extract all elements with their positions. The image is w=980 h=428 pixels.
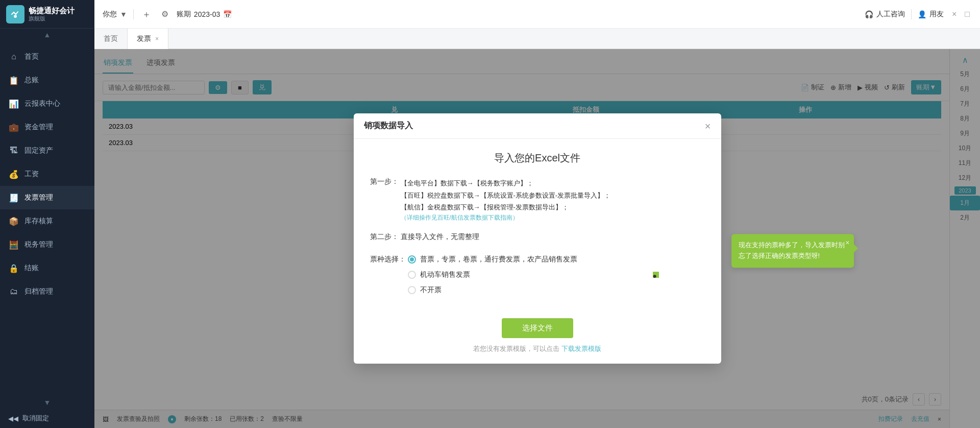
sidebar-item-label: 总账 bbox=[24, 76, 39, 85]
tab-invoice[interactable]: 发票 × bbox=[128, 29, 168, 49]
tooltip-close-button[interactable]: × bbox=[845, 237, 849, 249]
sidebar-item-archive[interactable]: 🗂 归档管理 bbox=[0, 280, 94, 303]
sidebar-item-label: 发票管理 bbox=[24, 193, 53, 202]
modal-title: 销项数据导入 bbox=[364, 121, 413, 131]
topbar: 你您 ▼ ＋ ⚙ 账期 2023-03 📅 🎧 人工咨询 👤 用友 × bbox=[94, 0, 980, 29]
radio-options: 普票，专票，卷票，通行费发票，农产品销售发票 机动车销售发票 ● bbox=[408, 252, 577, 298]
step2-label: 第二步： bbox=[370, 232, 399, 242]
window-close-button[interactable]: × bbox=[950, 8, 959, 21]
radio-circle-motor bbox=[408, 271, 416, 279]
sidebar-item-label: 固定资产 bbox=[24, 146, 53, 155]
step1-link[interactable]: （详细操作见百旺/航信发票数据下载指南） bbox=[401, 213, 611, 222]
sidebar-item-close[interactable]: 🔒 结账 bbox=[0, 256, 94, 280]
sidebar-item-label: 归档管理 bbox=[24, 287, 53, 296]
modal-close-button[interactable]: × bbox=[705, 121, 711, 131]
content-area: 销项发票 进项发票 ⚙ ■ 兑 📄 制证 ⊕ 新增 ▶ bbox=[94, 49, 980, 428]
sidebar: 畅捷通好会计 旗舰版 ▲ ⌂ 首页 📋 总账 📊 云报表中心 💼 资金管理 bbox=[0, 0, 94, 428]
calendar-icon[interactable]: 📅 bbox=[223, 10, 232, 18]
radio-option-normal[interactable]: 普票，专票，卷票，通行费发票，农产品销售发票 bbox=[408, 252, 577, 267]
assets-icon: 🏗 bbox=[8, 145, 19, 156]
period-display: 账期 2023-03 📅 bbox=[177, 10, 232, 19]
tab-close-icon[interactable]: × bbox=[155, 35, 159, 42]
inventory-icon: 📦 bbox=[8, 216, 19, 227]
pin-icon: ◀◀ bbox=[8, 415, 18, 422]
sidebar-scroll-up[interactable]: ▲ bbox=[0, 29, 94, 41]
sidebar-item-funds[interactable]: 💼 资金管理 bbox=[0, 115, 94, 139]
select-file-button[interactable]: 选择文件 bbox=[502, 318, 573, 338]
step2-block: 第二步： 直接导入文件，无需整理 bbox=[370, 232, 705, 242]
step2-content: 直接导入文件，无需整理 bbox=[401, 232, 479, 242]
radio-option-motor[interactable]: 机动车销售发票 ● bbox=[408, 267, 577, 282]
template-link-area: 若您没有发票模版，可以点击 下载发票模版 bbox=[370, 344, 705, 353]
sidebar-item-home[interactable]: ⌂ 首页 bbox=[0, 45, 94, 68]
step1-line-1: 【全电平台】数据下载→【税务数字账户】； bbox=[401, 177, 611, 189]
tab-home[interactable]: 首页 bbox=[94, 29, 128, 49]
sidebar-item-label: 云报表中心 bbox=[24, 99, 60, 108]
period-value: 2023-03 bbox=[194, 10, 220, 18]
add-button[interactable]: ＋ bbox=[140, 6, 153, 22]
sidebar-item-assets[interactable]: 🏗 固定资产 bbox=[0, 139, 94, 162]
modal-overlay: 销项数据导入 × 导入您的Excel文件 第一步： 【全电平台】数据下载→【税务… bbox=[94, 49, 980, 428]
radio-option-no-invoice[interactable]: 不开票 bbox=[408, 282, 577, 298]
unpin-label: 取消固定 bbox=[22, 414, 49, 423]
service-button[interactable]: 🎧 人工咨询 bbox=[865, 10, 905, 19]
sidebar-item-label: 资金管理 bbox=[24, 123, 53, 132]
payroll-icon: 💰 bbox=[8, 169, 19, 180]
sidebar-nav: ⌂ 首页 📋 总账 📊 云报表中心 💼 资金管理 🏗 固定资产 💰 工资 bbox=[0, 41, 94, 396]
download-template-link[interactable]: 下载发票模版 bbox=[561, 345, 601, 352]
window-maximize-button[interactable]: □ bbox=[963, 8, 972, 21]
sidebar-item-payroll[interactable]: 💰 工资 bbox=[0, 162, 94, 186]
sidebar-item-tax[interactable]: 🧮 税务管理 bbox=[0, 233, 94, 256]
user-icon: 👤 bbox=[918, 10, 926, 18]
ledger-icon: 📋 bbox=[8, 75, 19, 86]
topbar-divider2 bbox=[911, 9, 912, 19]
sidebar-item-reports[interactable]: 📊 云报表中心 bbox=[0, 92, 94, 115]
sidebar-scroll-down[interactable]: ▼ bbox=[0, 396, 94, 409]
funds-icon: 💼 bbox=[8, 122, 19, 133]
radio-group: 票种选择： 普票，专票，卷票，通行费发票，农产品销售发票 机动车销售发票 bbox=[370, 252, 705, 298]
radio-label: 票种选择： bbox=[370, 252, 406, 264]
headset-icon: 🎧 bbox=[865, 10, 873, 18]
tooltip-text: 现在支持的票种多了，导入发票时别忘了选择正确的发票类型呀! bbox=[739, 242, 845, 260]
main-area: 你您 ▼ ＋ ⚙ 账期 2023-03 📅 🎧 人工咨询 👤 用友 × bbox=[94, 0, 980, 428]
tooltip-indicator-dot: ● bbox=[653, 272, 659, 278]
step1-content: 【全电平台】数据下载→【税务数字账户】； 【百旺】税控盘数据下载→【系统设置-系… bbox=[401, 177, 611, 222]
tooltip-popup: × 现在支持的票种多了，导入发票时别忘了选择正确的发票类型呀! bbox=[731, 234, 854, 268]
tax-icon: 🧮 bbox=[8, 239, 19, 250]
company-name: 你您 bbox=[103, 10, 117, 19]
sidebar-item-label: 工资 bbox=[24, 170, 39, 179]
sidebar-item-label: 结账 bbox=[24, 264, 39, 273]
period-label: 账期 bbox=[177, 10, 191, 19]
sidebar-item-label: 税务管理 bbox=[24, 240, 53, 249]
sidebar-item-inventory[interactable]: 📦 库存核算 bbox=[0, 209, 94, 233]
sidebar-unpin[interactable]: ◀◀ 取消固定 bbox=[0, 409, 94, 428]
reports-icon: 📊 bbox=[8, 98, 19, 109]
sidebar-logo-text: 畅捷通好会计 旗舰版 bbox=[29, 6, 75, 22]
company-selector[interactable]: 你您 ▼ bbox=[103, 10, 127, 19]
home-icon: ⌂ bbox=[8, 51, 19, 62]
sidebar-item-label: 库存核算 bbox=[24, 217, 53, 226]
archive-icon: 🗂 bbox=[8, 286, 19, 297]
modal-body: 导入您的Excel文件 第一步： 【全电平台】数据下载→【税务数字账户】； 【百… bbox=[354, 139, 721, 310]
modal-footer: 选择文件 若您没有发票模版，可以点击 下载发票模版 bbox=[354, 310, 721, 364]
step1-line-3: 【航信】金税盘数据下载→【报税管理-发票数据导出】； bbox=[401, 201, 611, 213]
logo-icon bbox=[6, 5, 24, 23]
settings-icon[interactable]: ⚙ bbox=[159, 7, 170, 21]
sidebar-logo: 畅捷通好会计 旗舰版 bbox=[0, 0, 94, 29]
step1-label: 第一步： bbox=[370, 177, 399, 222]
sidebar-item-label: 首页 bbox=[24, 52, 39, 61]
sidebar-item-invoice[interactable]: 🧾 发票管理 bbox=[0, 186, 94, 209]
topbar-divider bbox=[133, 9, 134, 19]
invoice-icon: 🧾 bbox=[8, 192, 19, 203]
close-account-icon: 🔒 bbox=[8, 263, 19, 274]
user-menu[interactable]: 👤 用友 bbox=[918, 10, 944, 19]
step1-line-2: 【百旺】税控盘数据下载→【系统设置-系统参数设置-发票批量导入】； bbox=[401, 189, 611, 201]
company-arrow-icon: ▼ bbox=[120, 10, 127, 18]
svg-point-1 bbox=[14, 15, 17, 18]
modal-import-title: 导入您的Excel文件 bbox=[370, 151, 705, 165]
sidebar-item-ledger[interactable]: 📋 总账 bbox=[0, 68, 94, 92]
modal-dialog: 销项数据导入 × 导入您的Excel文件 第一步： 【全电平台】数据下载→【税务… bbox=[354, 113, 721, 363]
modal-header: 销项数据导入 × bbox=[354, 113, 721, 139]
radio-circle-normal bbox=[408, 255, 416, 264]
tabbar: 首页 发票 × bbox=[94, 29, 980, 49]
